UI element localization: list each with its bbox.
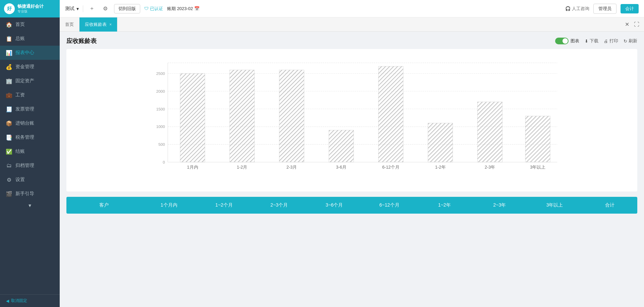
page-header: 应收账龄表 图表 ⬇ 下载 🖨 打印 ↻ 刷新 [66,37,637,45]
sidebar-item-label: 进销台账 [15,120,34,126]
svg-text:2500: 2500 [156,71,165,76]
bar-3-6月 [329,130,354,162]
archive-icon: 🗂 [6,163,12,169]
tabs-actions: ✕ ⛶ [624,20,644,29]
pin-icon: ◀ [6,299,9,303]
sidebar-item-settings[interactable]: ⚙ 设置 [0,173,60,187]
table-header-0: 客户 [66,197,142,214]
sidebar-item-ledger[interactable]: 📋 总账 [0,32,60,46]
sidebar-item-label: 发票管理 [15,106,34,112]
app-logo-icon: 好 [4,3,15,14]
tabs-bar: 首页 应收账龄表 × ✕ ⛶ [60,17,644,32]
sidebar-item-reports[interactable]: 📊 报表中心 [0,46,60,60]
page-title: 应收账龄表 [66,37,97,45]
add-button[interactable]: ＋ [87,4,97,13]
svg-text:2000: 2000 [156,89,165,93]
sidebar-item-label: 新手引导 [15,191,34,197]
app-name: 畅捷通好会计 [17,4,44,9]
bar-chart: 0 500 1000 1500 2000 2500 1月内 1-2月 [73,56,631,183]
home-icon: 🏠 [6,21,12,28]
table-header-3: 2~3个月 [252,197,307,214]
table-header-5: 6~12个月 [362,197,417,214]
sidebar-item-assets[interactable]: 🏢 固定资产 [0,74,60,88]
table-header-1: 1个月内 [142,197,197,214]
print-button[interactable]: 🖨 打印 [604,38,618,44]
page-content: 应收账龄表 图表 ⬇ 下载 🖨 打印 ↻ 刷新 [60,32,644,307]
app-name-block: 畅捷通好会计 专业版 [17,4,44,14]
table-header-6: 1~2年 [417,197,472,214]
sidebar-item-label: 固定资产 [15,78,34,84]
payroll-icon: 💼 [6,92,12,98]
customer-service-button[interactable]: 🎧 人工咨询 [565,6,589,12]
chart-toggle[interactable] [555,38,569,44]
chevron-down-icon: ▾ [76,6,79,11]
sidebar-item-label: 首页 [15,21,25,28]
role-button[interactable]: 会计 [621,4,639,13]
page-actions: 图表 ⬇ 下载 🖨 打印 ↻ 刷新 [555,38,637,44]
sidebar-item-label: 结账 [15,148,25,155]
bar-1-2月 [230,70,255,162]
main-area: 测试 ▾ ＋ ⚙ 切到旧版 🛡 已认证 账期 2023-02 📅 🎧 人工咨询 … [60,0,644,307]
switch-old-version-button[interactable]: 切到旧版 [114,4,140,13]
bar-2-3年 [478,102,502,162]
svg-text:500: 500 [158,142,165,146]
sidebar-item-label: 设置 [15,177,25,183]
close-panel-icon[interactable]: ✕ [624,20,631,29]
tab-aging-report[interactable]: 应收账龄表 × [79,17,117,32]
svg-text:6-12个月: 6-12个月 [382,165,399,170]
sidebar-item-tax[interactable]: 📑 税务管理 [0,130,60,144]
table-header-2: 1~2个月 [197,197,252,214]
table-header-8: 3年以上 [527,197,582,214]
sidebar-item-label: 归档管理 [15,163,34,169]
svg-text:1000: 1000 [156,124,165,129]
table-header-9: 合计 [582,197,637,214]
certified-badge: 🛡 已认证 [144,6,163,12]
sidebar-item-label: 工资 [15,92,25,98]
project-selector[interactable]: 测试 ▾ [65,6,79,12]
tab-close-icon[interactable]: × [109,22,112,27]
assets-icon: 🏢 [6,78,12,84]
tab-home[interactable]: 首页 [60,17,79,32]
topbar: 测试 ▾ ＋ ⚙ 切到旧版 🛡 已认证 账期 2023-02 📅 🎧 人工咨询 … [60,0,644,17]
sidebar-item-home[interactable]: 🏠 首页 [0,17,60,32]
svg-text:2-3月: 2-3月 [286,165,297,170]
admin-button[interactable]: 管理员 [593,4,616,14]
tax-icon: 📑 [6,134,12,140]
closing-icon: ✅ [6,148,12,155]
settings-icon[interactable]: ⚙ [101,4,110,13]
refresh-icon: ↻ [624,39,627,44]
cancel-fixed-button[interactable]: ◀ 取消固定 [0,294,60,307]
calendar-icon[interactable]: 📅 [194,6,200,11]
bar-3年以上 [525,116,550,162]
svg-text:2-3年: 2-3年 [485,165,495,170]
expand-icon[interactable]: ⛶ [633,20,641,29]
period-info: 账期 2023-02 📅 [167,6,200,12]
sidebar: 好 畅捷通好会计 专业版 🏠 首页 📋 总账 📊 报表中心 💰 资金管理 🏢 固… [0,0,60,307]
sidebar-item-closing[interactable]: ✅ 结账 [0,144,60,159]
svg-text:0: 0 [163,160,165,164]
sidebar-item-funds[interactable]: 💰 资金管理 [0,60,60,74]
funds-icon: 💰 [6,64,12,70]
table-header-7: 2~3年 [472,197,527,214]
download-icon: ⬇ [585,39,588,44]
sidebar-nav: 🏠 首页 📋 总账 📊 报表中心 💰 资金管理 🏢 固定资产 💼 工资 🧾 发票… [0,17,60,294]
guide-icon: 🎬 [6,191,12,197]
sidebar-item-archive[interactable]: 🗂 归档管理 [0,159,60,173]
refresh-button[interactable]: ↻ 刷新 [624,38,637,44]
sidebar-item-label: 总账 [15,36,25,42]
sidebar-item-label: 税务管理 [15,134,34,140]
invoice-icon: 🧾 [6,106,12,112]
svg-text:1-2月: 1-2月 [237,165,247,170]
sidebar-item-invoice[interactable]: 🧾 发票管理 [0,102,60,116]
sidebar-item-label: 报表中心 [15,50,34,56]
reports-icon: 📊 [6,50,12,56]
sidebar-item-guide[interactable]: 🎬 新手引导 [0,187,60,201]
svg-text:1月内: 1月内 [187,165,198,170]
topbar-right: 🎧 人工咨询 管理员 会计 [565,4,639,14]
sidebar-item-inventory[interactable]: 📦 进销台账 [0,116,60,130]
sidebar-item-payroll[interactable]: 💼 工资 [0,88,60,102]
sidebar-scroll-down[interactable]: ▾ [0,201,60,210]
download-button[interactable]: ⬇ 下载 [585,38,598,44]
chart-container: 0 500 1000 1500 2000 2500 1月内 1-2月 [66,49,637,191]
table-header-4: 3~6个月 [307,197,362,214]
